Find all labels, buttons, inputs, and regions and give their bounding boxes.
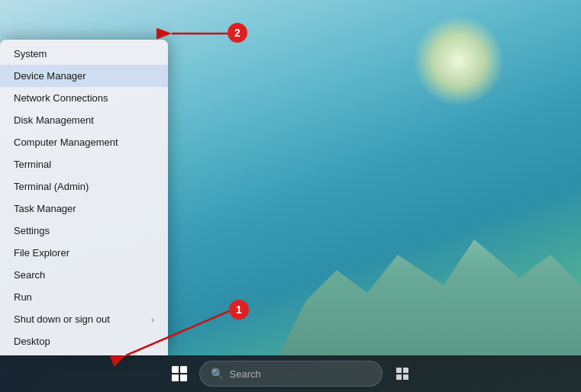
task-view-icon bbox=[396, 368, 408, 380]
task-view-button[interactable] bbox=[389, 360, 416, 387]
search-icon: 🔍 bbox=[211, 368, 224, 380]
taskbar-search[interactable]: 🔍 Search bbox=[199, 361, 382, 387]
menu-item-terminal[interactable]: Terminal bbox=[0, 153, 168, 175]
search-label: Search bbox=[230, 368, 261, 380]
windows-logo-icon bbox=[172, 366, 187, 381]
menu-item-device-manager[interactable]: Device Manager bbox=[0, 65, 168, 87]
menu-item-task-manager[interactable]: Task Manager bbox=[0, 198, 168, 220]
menu-item-disk-management[interactable]: Disk Management bbox=[0, 109, 168, 131]
menu-item-search[interactable]: Search bbox=[0, 264, 168, 286]
menu-item-settings[interactable]: Settings bbox=[0, 220, 168, 242]
menu-item-computer-management[interactable]: Computer Management bbox=[0, 131, 168, 153]
menu-item-network-connections[interactable]: Network Connections bbox=[0, 87, 168, 109]
annotation-circle-2: 2 bbox=[228, 23, 247, 43]
context-menu: System Device Manager Network Connection… bbox=[0, 40, 168, 355]
menu-item-system[interactable]: System bbox=[0, 43, 168, 65]
menu-item-desktop[interactable]: Desktop bbox=[0, 330, 168, 352]
menu-item-file-explorer[interactable]: File Explorer bbox=[0, 242, 168, 264]
menu-item-run[interactable]: Run bbox=[0, 286, 168, 308]
menu-item-terminal-admin[interactable]: Terminal (Admin) bbox=[0, 175, 168, 198]
menu-item-shutdown[interactable]: Shut down or sign out › bbox=[0, 308, 168, 330]
taskbar: 🔍 Search bbox=[0, 355, 581, 392]
annotation-circle-1: 1 bbox=[229, 300, 249, 320]
start-button[interactable] bbox=[166, 360, 193, 387]
chevron-icon: › bbox=[151, 315, 154, 324]
